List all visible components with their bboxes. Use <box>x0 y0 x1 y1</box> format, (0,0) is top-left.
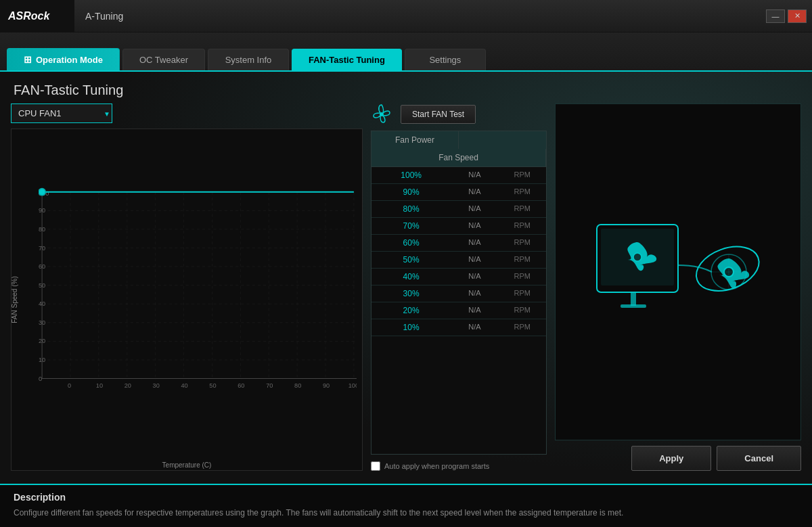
tab-system-info-label: System Info <box>225 55 272 65</box>
svg-text:70: 70 <box>266 382 273 389</box>
start-fan-test-button[interactable]: Start FAN Test <box>401 105 476 124</box>
fan-rpm-cell: RPM <box>499 285 546 302</box>
fan-spin-icon <box>371 104 392 125</box>
description-title: Description <box>14 492 798 503</box>
fan-rpm-cell: RPM <box>499 269 546 285</box>
page-title: FAN-Tastic Tuning <box>14 83 123 97</box>
action-buttons: Apply Cancel <box>555 446 801 471</box>
titlebar: ASRock A-Tuning — ✕ <box>0 0 812 32</box>
fan-rpm-cell: RPM <box>499 218 546 234</box>
fan-power-cell: 20% <box>371 302 451 319</box>
svg-text:30: 30 <box>153 382 160 389</box>
cancel-button[interactable]: Cancel <box>717 446 801 471</box>
fan-power-cell: 10% <box>371 319 451 336</box>
table-row: 100% N/A RPM <box>371 167 546 184</box>
fan-power-cell: 50% <box>371 252 451 268</box>
fan-rpm-cell: RPM <box>499 252 546 268</box>
fan-speed-header: Fan Speed <box>371 149 546 166</box>
fan-rpm-cell: RPM <box>499 319 546 336</box>
close-button[interactable]: ✕ <box>788 9 807 23</box>
tab-fan-tastic[interactable]: FAN-Tastic Tuning <box>292 49 402 70</box>
fan-na-cell: N/A <box>451 319 498 336</box>
tab-oc-tweaker[interactable]: OC Tweaker <box>122 49 205 70</box>
fan-power-cell: 100% <box>371 167 451 183</box>
fan-rpm-cell: RPM <box>499 167 546 183</box>
graph-panel: CPU FAN1 CPU FAN2 CHA FAN1 CHA FAN2 ▼ FA… <box>11 104 363 471</box>
tab-oc-tweaker-label: OC Tweaker <box>139 55 188 65</box>
tab-system-info[interactable]: System Info <box>208 49 289 70</box>
fan-table-rows: 100% N/A RPM 90% N/A RPM 80% N/A RPM 70%… <box>371 167 546 336</box>
fan-power-cell: 30% <box>371 285 451 302</box>
apply-button[interactable]: Apply <box>631 446 711 471</box>
svg-text:20: 20 <box>125 382 131 389</box>
table-row: 70% N/A RPM <box>371 218 546 235</box>
fan-na-cell: N/A <box>451 285 498 302</box>
image-panel: Apply Cancel <box>555 104 801 471</box>
fan-rpm-cell: RPM <box>499 201 546 217</box>
content-area: CPU FAN1 CPU FAN2 CHA FAN1 CHA FAN2 ▼ FA… <box>0 104 812 471</box>
auto-apply-checkbox[interactable] <box>371 461 380 471</box>
svg-text:40: 40 <box>181 382 187 389</box>
svg-text:70: 70 <box>39 245 45 252</box>
minimize-button[interactable]: — <box>766 9 785 23</box>
logo-area: ASRock <box>0 0 74 32</box>
fan-na-cell: N/A <box>451 269 498 285</box>
fan-power-cell: 40% <box>371 269 451 285</box>
svg-text:100: 100 <box>348 382 357 389</box>
svg-text:60: 60 <box>238 382 244 389</box>
fan-select[interactable]: CPU FAN1 CPU FAN2 CHA FAN1 CHA FAN2 <box>11 104 112 123</box>
table-row: 30% N/A RPM <box>371 285 546 302</box>
table-row: 40% N/A RPM <box>371 269 546 285</box>
logo-text: ASRock <box>8 10 49 22</box>
svg-text:80: 80 <box>39 226 45 233</box>
fan-power-cell: 60% <box>371 235 451 251</box>
fan-power-cell: 90% <box>371 184 451 200</box>
auto-apply-row: Auto apply when program starts <box>371 461 547 471</box>
app-title: A-Tuning <box>74 11 766 22</box>
chart-x-label: Temperature (C) <box>162 461 212 469</box>
fan-rpm-cell: RPM <box>499 302 546 319</box>
tab-fan-tastic-label: FAN-Tastic Tuning <box>309 55 385 65</box>
fan-table-header: Fan Power Fan Speed <box>371 131 546 167</box>
svg-text:80: 80 <box>294 382 301 389</box>
nav-tabs: ⊞ Operation Mode OC Tweaker System Info … <box>0 32 812 72</box>
fan-power-cell: 70% <box>371 218 451 234</box>
fan-na-cell: N/A <box>451 167 498 183</box>
fan-image-area <box>555 104 801 440</box>
fan-rpm-cell: RPM <box>499 184 546 200</box>
fan-table: Fan Power Fan Speed 100% N/A RPM 90% N/A… <box>371 131 547 455</box>
svg-point-46 <box>39 189 45 196</box>
svg-text:90: 90 <box>323 382 330 389</box>
fan-na-cell: N/A <box>451 302 498 319</box>
fan-test-row: Start FAN Test <box>371 104 547 125</box>
description-text: Configure different fan speeds for respe… <box>14 507 798 519</box>
svg-text:0: 0 <box>39 375 42 382</box>
fan-na-cell: N/A <box>451 252 498 268</box>
svg-text:60: 60 <box>39 263 45 270</box>
svg-text:30: 30 <box>39 319 45 326</box>
svg-rect-51 <box>631 292 636 306</box>
fan-na-cell: N/A <box>451 201 498 217</box>
table-row: 60% N/A RPM <box>371 235 546 252</box>
chart-svg[interactable]: 0 10 20 30 40 50 60 70 80 90 100 0 10 20… <box>39 135 357 457</box>
page-title-area: FAN-Tastic Tuning <box>0 72 812 104</box>
svg-text:40: 40 <box>39 300 45 307</box>
fan-power-cell: 80% <box>371 201 451 217</box>
table-row: 50% N/A RPM <box>371 252 546 269</box>
svg-rect-52 <box>621 304 646 308</box>
svg-text:50: 50 <box>209 382 216 389</box>
fan-na-cell: N/A <box>451 184 498 200</box>
svg-point-47 <box>380 112 384 116</box>
chart-container: FAN Speed (%) <box>11 129 363 471</box>
fan-select-wrapper: CPU FAN1 CPU FAN2 CHA FAN1 CHA FAN2 ▼ <box>11 104 116 123</box>
table-row: 10% N/A RPM <box>371 319 546 336</box>
main-content: FAN-Tastic Tuning CPU FAN1 CPU FAN2 CHA … <box>0 72 812 527</box>
grid-icon: ⊞ <box>24 54 32 65</box>
fan-rpm-cell: RPM <box>499 235 546 251</box>
window-controls: — ✕ <box>766 9 812 23</box>
svg-text:90: 90 <box>39 207 45 214</box>
svg-text:10: 10 <box>39 357 45 363</box>
tab-settings[interactable]: Settings <box>405 49 486 70</box>
tab-operation-mode[interactable]: ⊞ Operation Mode <box>7 48 120 70</box>
table-row: 20% N/A RPM <box>371 302 546 319</box>
